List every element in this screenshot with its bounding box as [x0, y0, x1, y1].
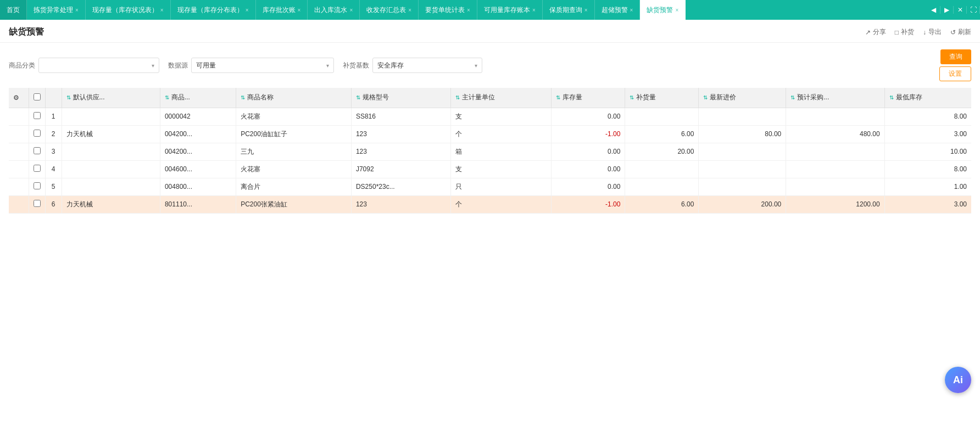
page-title: 缺货预警	[9, 26, 44, 38]
row-min-stock: 10.00	[884, 143, 971, 160]
row-supplier	[62, 108, 160, 125]
row-supplier	[62, 160, 160, 178]
replenish-base-filter: 补货基数 安全库存 ▾	[343, 58, 482, 73]
tab-overstock[interactable]: 超储预警 ×	[595, 0, 641, 20]
tab-home[interactable]: 首页	[0, 0, 27, 20]
th-replenish-qty[interactable]: ⇅ 补货量	[625, 88, 699, 108]
close-icon[interactable]: ×	[408, 7, 411, 13]
replenish-button[interactable]: □ 补货	[895, 27, 914, 37]
row-spec: SS816	[351, 108, 450, 125]
row-min-stock: 3.00	[884, 125, 971, 143]
sort-icon: ⇅	[630, 94, 634, 100]
row-checkbox-cell[interactable]	[29, 108, 45, 125]
table-row: 3 004200... 三九 123 箱 0.00 20.00 10.00	[9, 143, 971, 160]
row-min-stock: 1.00	[884, 178, 971, 195]
close-icon[interactable]: ×	[160, 7, 164, 13]
close-icon[interactable]: ×	[467, 7, 470, 13]
th-product-code[interactable]: ⇅ 商品...	[160, 88, 236, 108]
row-product-name: PC200张紧油缸	[236, 195, 352, 213]
th-stock-qty[interactable]: ⇅ 库存量	[552, 88, 625, 108]
close-icon[interactable]: ×	[349, 7, 353, 13]
datasource-select[interactable]: 可用量 ▾	[191, 58, 334, 73]
select-all-checkbox[interactable]	[34, 93, 41, 100]
close-icon[interactable]: ×	[298, 7, 301, 13]
row-latest-price	[699, 160, 786, 178]
table-body: 1 0000042 火花塞 SS816 支 0.00 8.00 2 力天机械 0…	[9, 108, 971, 213]
tab-collect-summary[interactable]: 收发存汇总表 ×	[360, 0, 419, 20]
row-checkbox[interactable]	[34, 112, 41, 119]
th-min-stock[interactable]: ⇅ 最低库存	[884, 88, 971, 108]
row-stock-qty: 0.00	[552, 160, 625, 178]
th-spec[interactable]: ⇅ 规格型号	[351, 88, 450, 108]
row-product-name: 火花塞	[236, 108, 352, 125]
row-unit: 个	[450, 195, 552, 213]
tab-next-button[interactable]: ▶	[940, 6, 954, 14]
sort-icon: ⇅	[66, 94, 71, 100]
category-label: 商品分类	[9, 61, 35, 70]
row-min-stock: 3.00	[884, 195, 971, 213]
row-checkbox-cell[interactable]	[29, 160, 45, 178]
row-stock-qty: -1.00	[552, 125, 625, 143]
row-num: 3	[45, 143, 62, 160]
th-latest-price[interactable]: ⇅ 最新进价	[699, 88, 786, 108]
row-checkbox[interactable]	[34, 182, 41, 189]
tab-prev-button[interactable]: ◀	[927, 6, 940, 14]
sort-icon: ⇅	[703, 94, 708, 100]
row-checkbox[interactable]	[34, 165, 41, 172]
export-button[interactable]: ↓ 导出	[923, 27, 942, 37]
tab-inventory-status[interactable]: 现存量（库存状况表） ×	[86, 0, 171, 20]
row-checkbox[interactable]	[34, 200, 41, 207]
category-select[interactable]: ▾	[38, 58, 159, 73]
tab-close-button[interactable]: ✕	[954, 6, 967, 14]
close-icon[interactable]: ×	[532, 7, 536, 13]
row-product-code: 004200...	[160, 143, 236, 160]
sort-icon: ⇅	[889, 94, 894, 100]
tab-demand-stats[interactable]: 要货单统计表 ×	[419, 0, 477, 20]
refresh-icon: ↺	[950, 29, 956, 36]
row-spec: J7092	[351, 160, 450, 178]
close-icon[interactable]: ×	[675, 7, 678, 13]
row-checkbox-cell[interactable]	[29, 125, 45, 143]
close-icon[interactable]: ×	[630, 7, 633, 13]
tab-inout-flow[interactable]: 出入库流水 ×	[308, 0, 360, 20]
close-icon[interactable]: ×	[584, 7, 588, 13]
table-container: ⚙ ⇅ 默认供应... ⇅ 商品...	[0, 88, 980, 214]
th-est-purchase[interactable]: ⇅ 预计采购...	[786, 88, 884, 108]
row-checkbox-cell[interactable]	[29, 143, 45, 160]
th-default-supplier[interactable]: ⇅ 默认供应...	[62, 88, 160, 108]
th-gear[interactable]: ⚙	[9, 88, 29, 108]
tab-bar: 首页 拣货异常处理 × 现存量（库存状况表） × 现存量（库存分布表） × 库存…	[0, 0, 980, 20]
row-gear-cell	[9, 160, 29, 178]
table-row: 4 004600... 火花塞 J7092 支 0.00 8.00	[9, 160, 971, 178]
settings-button[interactable]: 设置	[939, 66, 971, 81]
tab-available-ledger[interactable]: 可用量库存账本 ×	[477, 0, 543, 20]
tab-shortage[interactable]: 缺货预警 ×	[640, 0, 686, 20]
row-gear-cell	[9, 108, 29, 125]
row-replenish-qty	[625, 178, 699, 195]
row-checkbox[interactable]	[34, 130, 41, 137]
tab-fullscreen-button[interactable]: ⛶	[967, 6, 980, 14]
table-row: 2 力天机械 004200... PC200油缸缸子 123 个 -1.00 6…	[9, 125, 971, 143]
row-checkbox-cell[interactable]	[29, 178, 45, 195]
share-button[interactable]: ↗ 分享	[865, 27, 886, 37]
row-latest-price	[699, 143, 786, 160]
th-unit[interactable]: ⇅ 主计量单位	[450, 88, 552, 108]
close-icon[interactable]: ×	[75, 7, 79, 13]
chevron-down-icon: ▾	[326, 63, 329, 69]
tab-batch[interactable]: 库存批次账 ×	[256, 0, 308, 20]
refresh-button[interactable]: ↺ 刷新	[950, 27, 971, 37]
row-checkbox-cell[interactable]	[29, 195, 45, 213]
query-button[interactable]: 查询	[940, 49, 971, 64]
tab-exception[interactable]: 拣货异常处理 ×	[27, 0, 86, 20]
replenish-base-select[interactable]: 安全库存 ▾	[372, 58, 482, 73]
row-supplier	[62, 178, 160, 195]
row-checkbox[interactable]	[34, 147, 41, 154]
tab-inventory-dist[interactable]: 现存量（库存分布表） ×	[171, 0, 256, 20]
th-checkbox[interactable]	[29, 88, 45, 108]
close-icon[interactable]: ×	[246, 7, 249, 13]
row-product-code: 004200...	[160, 125, 236, 143]
ai-assistant-button[interactable]: Ai	[945, 367, 971, 393]
row-num: 5	[45, 178, 62, 195]
th-product-name[interactable]: ⇅ 商品名称	[236, 88, 352, 108]
tab-expiry[interactable]: 保质期查询 ×	[543, 0, 595, 20]
